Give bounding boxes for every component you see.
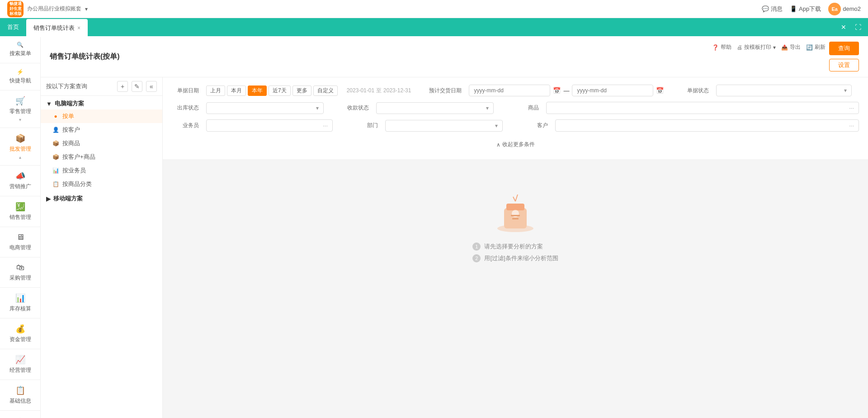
download-icon: 📱 [790,5,797,12]
dept-label: 部门 [351,122,378,129]
by-customer-goods-icon: 📦 [52,153,60,161]
query-button[interactable]: 查询 [829,42,859,55]
sidebar-item-basics[interactable]: 📋 基础信息 [0,380,40,411]
svg-rect-2 [506,204,524,210]
page-title: 销售订单统计表(按单) [50,52,120,62]
topbar: 畅捷通好生意标准版 办公用品行业模拟账套 ▾ 💬 消息 📱 App下载 Ea d… [0,0,868,18]
tree-item-by-customer[interactable]: 👤 按客户 [41,123,162,137]
help-button[interactable]: ❓ 帮助 [712,43,731,51]
empty-tip-1: 1 请先选择要分析的方案 [472,242,558,251]
collapse-icon: ∧ [496,142,500,148]
svg-rect-5 [512,218,519,219]
ecommerce-icon: 🖥 [16,233,24,242]
shipping-select-arrow: ▾ [316,105,319,111]
date-btn-last-month[interactable]: 上月 [206,86,225,96]
tip-num-1: 1 [472,242,481,251]
goods-label: 商品 [512,104,539,112]
sidebar-item-purchase[interactable]: 🛍 采购管理 [0,257,40,288]
sidebar-item-system[interactable]: ⚙ 系统管理 [0,411,40,418]
date-btn-last7[interactable]: 近7天 [269,86,291,96]
expand-window-button[interactable]: ⛶ [853,22,863,33]
sidebar-item-retail[interactable]: 🛒 零售管理 ▾ [0,90,40,128]
estimated-date-label: 预计交货日期 [429,87,462,95]
customer-input[interactable]: ··· [555,119,859,132]
title-dropdown[interactable]: ▾ [85,6,88,12]
search-icon: 🔍 [17,42,24,48]
panel-toolbar: 按以下方案查询 + ✎ « [41,77,162,96]
date-range-display: 2023-01-01 至 2023-12-31 [347,87,411,95]
app-download-button[interactable]: 📱 App下载 [790,5,821,13]
customer-dots-icon[interactable]: ··· [849,122,854,129]
print-button[interactable]: 🖨 按模板打印 ▾ [737,43,776,51]
sidebar-item-ecommerce[interactable]: 🖥 电商管理 [0,227,40,257]
system-icon: ⚙ [17,416,24,418]
svg-line-7 [515,195,518,201]
tree-item-by-customer-goods[interactable]: 📦 按客户+商品 [41,150,162,164]
topbar-right: 💬 消息 📱 App下载 Ea demo2 [762,3,861,15]
panel-collapse-button[interactable]: « [146,81,157,92]
sales-icon: 💹 [15,202,25,212]
logo: 畅捷通好生意标准版 [7,1,24,17]
sidebar-item-inventory[interactable]: 📊 库存核算 [0,288,40,318]
sidebar-item-marketing[interactable]: 📣 营销推广 [0,166,40,196]
sidebar-item-finance[interactable]: 💰 资金管理 [0,318,40,349]
tree-item-by-goods[interactable]: 📦 按商品 [41,137,162,150]
sidebar-item-operations[interactable]: 📈 经营管理 [0,349,40,380]
user-menu[interactable]: Ea demo2 [828,3,861,15]
page-header: 销售订单统计表(按单) ❓ 帮助 🖨 按模板打印 ▾ 📤 导出 [41,36,868,77]
message-button[interactable]: 💬 消息 [762,5,783,13]
collapse-filter-button[interactable]: ∧ 收起更多条件 [172,137,859,152]
date-btn-custom[interactable]: 自定义 [313,86,338,96]
status-select-arrow: ▾ [844,87,847,94]
status-select[interactable]: ▾ [716,85,852,96]
filter-row-1: 单据日期 上月 本月 本年 近7天 更多 自定义 2023-01-01 至 [172,85,859,96]
salesperson-input[interactable]: ··· [206,119,333,132]
refresh-button[interactable]: 🔄 刷新 [806,43,826,51]
date-btn-this-year[interactable]: 本年 [248,86,267,96]
payment-status-select[interactable]: ▾ [376,102,494,114]
by-goods-category-icon: 📋 [52,180,60,188]
sidebar-quick-nav[interactable]: ⚡ 快捷导航 [0,63,40,90]
close-window-button[interactable]: ✕ [838,22,849,33]
avatar: Ea [828,3,841,15]
customer-label: 客户 [521,122,548,129]
goods-input[interactable]: ··· [546,102,859,114]
export-button[interactable]: 📤 导出 [781,43,801,51]
panel-edit-button[interactable]: ✎ [132,81,142,92]
empty-illustration [488,190,542,235]
tab-close-icon[interactable]: × [77,25,80,31]
by-customer-icon: 👤 [52,126,60,134]
basics-icon: 📋 [15,385,25,395]
estimated-date-to-input[interactable] [572,85,653,96]
calendar-from-icon[interactable]: 📅 [553,87,561,94]
print-arrow: ▾ [773,44,776,51]
tree-item-by-goods-category[interactable]: 📋 按商品分类 [41,177,162,191]
date-btn-this-month[interactable]: 本月 [227,86,246,96]
app-title: 办公用品行业模拟账套 [27,5,81,13]
wholesale-arrow: ▴ [19,155,21,160]
shipping-status-select[interactable]: ▾ [206,102,324,114]
panel-add-button[interactable]: + [117,81,128,92]
salesperson-label: 业务员 [172,122,199,129]
sidebar-item-wholesale[interactable]: 📦 批发管理 ▴ [0,128,40,166]
settings-button[interactable]: 设置 [829,59,859,71]
goods-dots-icon[interactable]: ··· [849,104,854,111]
date-btn-more[interactable]: 更多 [292,86,311,96]
sales-order-tab-label: 销售订单统计表 [33,24,75,32]
status-label: 单据状态 [682,87,709,95]
main-body: 🔍 搜索菜单 ⚡ 快捷导航 🛒 零售管理 ▾ 📦 批发管理 ▴ 📣 营销推广 💹… [0,36,868,418]
sidebar-search[interactable]: 🔍 搜索菜单 [0,36,40,63]
calendar-to-icon[interactable]: 📅 [656,87,664,94]
svg-line-6 [513,197,515,201]
tab-sales-order-stat[interactable]: 销售订单统计表 × [26,19,88,37]
sidebar-item-sales[interactable]: 💹 销售管理 [0,196,40,227]
filter-row-3: 业务员 ··· 部门 ▾ 客户 ··· [172,119,859,132]
nav-tab-actions: ✕ ⛶ [838,22,863,33]
tree-item-by-salesperson[interactable]: 📊 按业务员 [41,164,162,177]
estimated-date-from-input[interactable] [469,85,550,96]
salesperson-dots-icon[interactable]: ··· [323,122,328,129]
tab-home[interactable]: 首页 [0,18,26,36]
tree-item-by-order[interactable]: ● 按单 [41,109,162,123]
dept-select-arrow: ▾ [495,123,498,129]
dept-select[interactable]: ▾ [385,120,503,132]
